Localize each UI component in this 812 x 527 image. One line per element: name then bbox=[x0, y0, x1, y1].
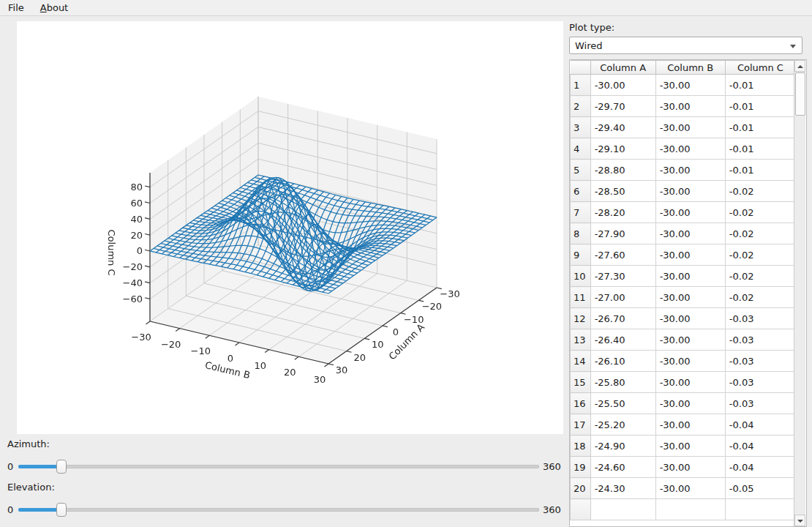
row-number-cell[interactable]: 20 bbox=[571, 478, 591, 499]
row-number-cell[interactable]: 8 bbox=[571, 223, 591, 244]
table-cell[interactable]: -30.00 bbox=[655, 223, 725, 244]
row-number-cell[interactable]: 19 bbox=[571, 457, 591, 478]
table-cell[interactable]: -30.00 bbox=[655, 244, 725, 266]
table-cell[interactable]: -0.01 bbox=[725, 138, 795, 160]
table-cell[interactable]: -30.00 bbox=[655, 75, 725, 96]
table-cell[interactable]: -30.00 bbox=[655, 414, 725, 436]
menu-item-file[interactable]: File bbox=[0, 1, 32, 15]
table-cell[interactable]: -30.00 bbox=[655, 457, 725, 478]
table-cell[interactable]: -0.01 bbox=[725, 75, 795, 96]
table-scrollbar[interactable] bbox=[794, 60, 805, 526]
table-cell[interactable]: -0.02 bbox=[725, 181, 795, 202]
row-number-cell[interactable]: 17 bbox=[571, 414, 591, 436]
azimuth-slider-thumb[interactable] bbox=[56, 460, 67, 474]
table-cell[interactable]: -0.03 bbox=[725, 351, 795, 372]
table-cell[interactable]: -29.10 bbox=[590, 138, 655, 160]
table-cell[interactable] bbox=[725, 499, 795, 520]
table-cell[interactable]: -0.02 bbox=[725, 287, 795, 308]
table-cell[interactable]: -0.05 bbox=[725, 478, 795, 499]
table-cell[interactable]: -0.03 bbox=[725, 393, 795, 414]
column-header-column-c[interactable]: Column C bbox=[725, 61, 795, 75]
row-number-cell[interactable]: 9 bbox=[571, 244, 591, 266]
table-cell[interactable]: -27.30 bbox=[590, 266, 655, 287]
table-cell[interactable]: -30.00 bbox=[655, 117, 725, 138]
table-cell[interactable]: -26.10 bbox=[590, 351, 655, 372]
table-cell[interactable]: -25.20 bbox=[590, 414, 655, 436]
row-number-cell[interactable]: 11 bbox=[571, 287, 591, 308]
table-cell[interactable]: -0.02 bbox=[725, 244, 795, 266]
table-cell[interactable]: -30.00 bbox=[655, 96, 725, 117]
row-number-cell[interactable]: 15 bbox=[571, 372, 591, 393]
table-cell[interactable]: -0.01 bbox=[725, 160, 795, 181]
table-cell[interactable]: -0.03 bbox=[725, 329, 795, 351]
row-number-cell[interactable]: 10 bbox=[571, 266, 591, 287]
table-cell[interactable]: -24.90 bbox=[590, 436, 655, 457]
table-cell[interactable]: -0.01 bbox=[725, 117, 795, 138]
table-cell[interactable]: -24.30 bbox=[590, 478, 655, 499]
table-cell[interactable]: -0.03 bbox=[725, 308, 795, 329]
table-cell[interactable]: -30.00 bbox=[655, 393, 725, 414]
table-cell[interactable]: -26.70 bbox=[590, 308, 655, 329]
table-cell[interactable]: -25.80 bbox=[590, 372, 655, 393]
row-number-cell[interactable]: 5 bbox=[571, 160, 591, 181]
table-cell[interactable]: -0.04 bbox=[725, 436, 795, 457]
table-cell[interactable]: -28.80 bbox=[590, 160, 655, 181]
table-cell[interactable]: -0.02 bbox=[725, 202, 795, 223]
plot-type-dropdown[interactable]: Wired bbox=[569, 37, 802, 54]
table-cell[interactable]: -28.20 bbox=[590, 202, 655, 223]
table-cell[interactable]: -30.00 bbox=[655, 436, 725, 457]
table-cell[interactable]: -27.00 bbox=[590, 287, 655, 308]
row-number-cell[interactable]: 13 bbox=[571, 329, 591, 351]
scroll-up-button[interactable] bbox=[794, 60, 805, 72]
row-number-cell[interactable]: 6 bbox=[571, 181, 591, 202]
table-cell[interactable]: -28.50 bbox=[590, 181, 655, 202]
table-cell[interactable]: -30.00 bbox=[655, 329, 725, 351]
table-cell[interactable] bbox=[590, 499, 655, 520]
row-number-cell[interactable]: 2 bbox=[571, 96, 591, 117]
table-cell[interactable]: -30.00 bbox=[590, 75, 655, 96]
table-cell[interactable]: -24.60 bbox=[590, 457, 655, 478]
row-number-cell[interactable]: 14 bbox=[571, 351, 591, 372]
table-cell[interactable]: -30.00 bbox=[655, 372, 725, 393]
table-cell[interactable]: -0.02 bbox=[725, 266, 795, 287]
table-cell[interactable]: -30.00 bbox=[655, 160, 725, 181]
table-cell[interactable]: -29.40 bbox=[590, 117, 655, 138]
table-cell[interactable]: -30.00 bbox=[655, 138, 725, 160]
table-cell[interactable]: -30.00 bbox=[655, 351, 725, 372]
table-cell[interactable]: -29.70 bbox=[590, 96, 655, 117]
menu-item-about[interactable]: About bbox=[32, 1, 76, 15]
row-number-cell[interactable]: 1 bbox=[571, 75, 591, 96]
row-number-cell[interactable]: 16 bbox=[571, 393, 591, 414]
table-cell[interactable]: -30.00 bbox=[655, 308, 725, 329]
table-corner-cell bbox=[571, 61, 591, 75]
table-cell[interactable] bbox=[655, 499, 725, 520]
table-cell[interactable]: -30.00 bbox=[655, 202, 725, 223]
scrollbar-thumb[interactable] bbox=[795, 72, 805, 116]
column-header-column-b[interactable]: Column B bbox=[655, 61, 725, 75]
row-number-cell[interactable]: 7 bbox=[571, 202, 591, 223]
table-cell[interactable]: -27.60 bbox=[590, 244, 655, 266]
table-cell[interactable]: -30.00 bbox=[655, 181, 725, 202]
table-cell[interactable]: -27.90 bbox=[590, 223, 655, 244]
table-cell[interactable]: -26.40 bbox=[590, 329, 655, 351]
column-header-column-a[interactable]: Column A bbox=[590, 61, 655, 75]
row-number-cell[interactable] bbox=[571, 499, 591, 520]
plot-3d-canvas[interactable] bbox=[17, 21, 563, 434]
elevation-slider-thumb[interactable] bbox=[56, 503, 67, 517]
row-number-cell[interactable]: 4 bbox=[571, 138, 591, 160]
table-cell[interactable]: -0.03 bbox=[725, 372, 795, 393]
scroll-down-button[interactable] bbox=[794, 515, 805, 526]
table-cell[interactable]: -30.00 bbox=[655, 287, 725, 308]
row-number-cell[interactable]: 3 bbox=[571, 117, 591, 138]
table-cell[interactable]: -30.00 bbox=[655, 478, 725, 499]
table-cell[interactable]: -0.04 bbox=[725, 414, 795, 436]
table-cell[interactable]: -30.00 bbox=[655, 266, 725, 287]
azimuth-slider[interactable] bbox=[18, 465, 539, 468]
elevation-slider[interactable] bbox=[18, 508, 539, 512]
table-cell[interactable]: -0.04 bbox=[725, 457, 795, 478]
row-number-cell[interactable]: 18 bbox=[571, 436, 591, 457]
table-cell[interactable]: -0.01 bbox=[725, 96, 795, 117]
table-cell[interactable]: -25.50 bbox=[590, 393, 655, 414]
row-number-cell[interactable]: 12 bbox=[571, 308, 591, 329]
table-cell[interactable]: -0.02 bbox=[725, 223, 795, 244]
